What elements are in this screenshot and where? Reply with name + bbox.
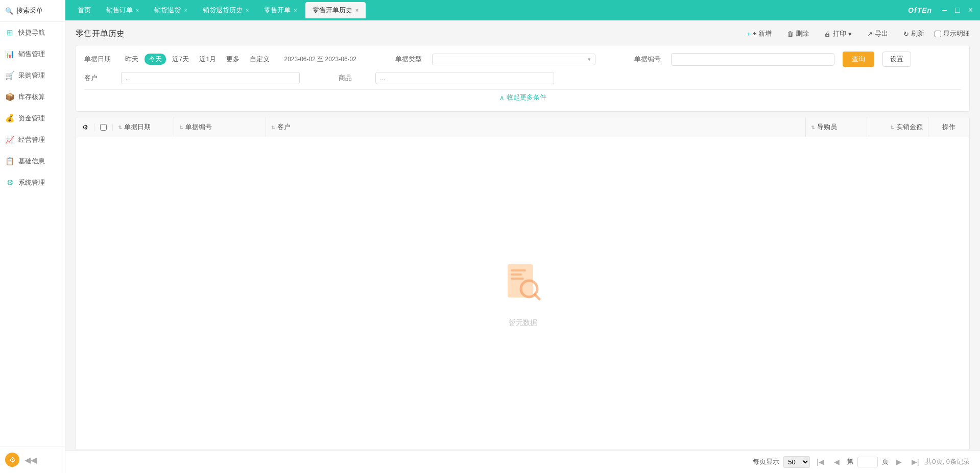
collapse-label: 收起更多条件 [507,93,546,102]
refresh-icon: ↻ [903,30,909,38]
base-info-icon: 📋 [5,157,14,166]
sort-customer-icon: ⇅ [271,125,275,130]
sidebar-item-inventory[interactable]: 📦 库存核算 [0,86,65,108]
page-label-suffix: 页 [882,457,889,466]
sys-mgmt-icon: ⚙ [5,178,14,187]
sidebar-item-label: 资金管理 [18,114,45,123]
print-button[interactable]: 🖨 打印 ▾ [819,27,857,41]
close-sales-return-history-icon[interactable]: × [246,7,249,13]
page-total: 共0页, 0条记录 [925,457,970,466]
add-button[interactable]: + + 新增 [742,27,777,41]
quick-nav-icon: ⊞ [5,28,14,37]
th-date[interactable]: ⇅ 单据日期 [113,117,174,137]
print-icon: 🖨 [824,30,831,38]
query-button[interactable]: 查询 [843,52,874,67]
sidebar-item-operations[interactable]: 📈 经营管理 [0,129,65,151]
show-detail-toggle[interactable]: 显示明细 [935,29,970,38]
sidebar-footer: ⚙ ◀◀ [0,446,65,473]
sidebar-item-base-info[interactable]: 📋 基础信息 [0,151,65,172]
th-number[interactable]: ⇅ 单据编号 [174,117,266,137]
topnav-right: OfTEn – □ × [904,4,975,17]
sidebar-item-purchase-mgmt[interactable]: 🛒 采购管理 [0,65,65,86]
window-minimize-button[interactable]: □ [953,4,962,17]
type-select[interactable]: ▾ [432,54,595,65]
date-shortcuts: 昨天 今天 近7天 近1月 更多 自定义 [121,54,274,65]
export-icon: ↗ [867,30,873,38]
add-icon: + [747,30,751,38]
column-settings-icon[interactable]: ⚙ [82,123,88,131]
refresh-button[interactable]: ↻ 刷新 [898,27,929,41]
next-page-button[interactable]: ▶ [893,456,905,468]
prev-page-button[interactable]: ◀ [830,456,843,468]
th-checkbox[interactable] [94,124,113,131]
brand-text: OfTEn [904,6,936,14]
collapse-sidebar-button[interactable]: ◀◀ [25,455,37,465]
date-btn-more[interactable]: 更多 [222,54,244,65]
tab-sales-return-history[interactable]: 销货退货历史 × [196,2,256,18]
tab-sales-return[interactable]: 销货退货 × [147,2,194,18]
customer-select-dots: ... [126,74,131,82]
sales-icon: 📊 [5,49,14,59]
th-guide[interactable]: ⇅ 导购员 [806,117,867,137]
window-maximize-button[interactable]: × [966,4,975,17]
operations-icon: 📈 [5,135,14,144]
delete-icon: 🗑 [787,30,794,38]
date-btn-1month[interactable]: 近1月 [195,54,220,65]
date-btn-custom[interactable]: 自定义 [246,54,274,65]
gear-button[interactable]: ⚙ [5,453,19,467]
sidebar-item-finance[interactable]: 💰 资金管理 [0,108,65,129]
sidebar-item-quick-nav[interactable]: ⊞ 快捷导航 [0,22,65,43]
export-button[interactable]: ↗ 导出 [862,27,893,41]
collapse-filter-button[interactable]: ∧ 收起更多条件 [84,89,961,105]
sidebar-item-label: 库存核算 [18,92,45,102]
page-number-input[interactable]: 1 [857,457,878,467]
sidebar-item-sales-mgmt[interactable]: 📊 销售管理 [0,43,65,65]
last-page-button[interactable]: ▶| [909,456,921,468]
customer-label: 客户 [84,73,113,83]
number-input[interactable] [671,53,834,66]
delete-button[interactable]: 🗑 删除 [782,27,814,41]
type-label: 单据类型 [395,55,424,64]
goods-select[interactable]: ... [375,72,554,84]
date-btn-today[interactable]: 今天 [145,54,166,65]
close-retail-history-icon[interactable]: × [355,7,358,13]
top-nav: 首页 销售订单 × 销货退货 × 销货退货历史 × 零售开单 × 零售开单历史 … [65,0,980,20]
type-dropdown-icon: ▾ [588,56,591,63]
purchase-icon: 🛒 [5,71,14,80]
filter-area: 单据日期 昨天 今天 近7天 近1月 更多 自定义 2023-06-02 至 2… [76,45,970,112]
per-page-select[interactable]: 10 20 50 100 [783,456,810,468]
table-area: ⚙ ⇅ 单据日期 ⇅ 单据编号 ⇅ 客户 ⇅ [76,117,970,450]
close-retail-open-icon[interactable]: × [294,7,297,13]
customer-select[interactable]: ... [121,72,300,84]
svg-point-5 [524,284,534,294]
first-page-button[interactable]: |◀ [814,456,826,468]
print-dropdown-icon: ▾ [848,30,852,38]
sidebar-search[interactable]: 🔍 搜索采单 [0,0,65,22]
tab-home[interactable]: 首页 [70,2,98,18]
close-sales-order-icon[interactable]: × [136,7,139,13]
sort-guide-icon: ⇅ [811,125,815,130]
show-detail-checkbox[interactable] [935,31,941,37]
sidebar-item-label: 采购管理 [18,71,45,80]
content-area: 零售开单历史 + + 新增 🗑 删除 🖨 打印 ▾ ↗ 导出 [65,20,980,473]
settings-button[interactable]: 设置 [882,52,911,67]
filter-row-2: 客户 ... 商品 ... [84,72,961,84]
select-all-checkbox[interactable] [100,124,107,131]
date-btn-7days[interactable]: 近7天 [168,54,193,65]
empty-illustration [497,259,548,310]
tab-sales-order[interactable]: 销售订单 × [99,2,146,18]
svg-rect-3 [511,278,524,280]
inventory-icon: 📦 [5,92,14,102]
sidebar-item-sys-mgmt[interactable]: ⚙ 系统管理 [0,172,65,193]
th-amount[interactable]: ⇅ 实销金额 [867,117,928,137]
date-btn-yesterday[interactable]: 昨天 [121,54,142,65]
close-sales-return-icon[interactable]: × [184,7,187,13]
tab-sales-return-label: 销货退货 [154,6,181,15]
th-customer[interactable]: ⇅ 客户 [266,117,806,137]
window-close-button[interactable]: – [940,4,949,17]
tab-retail-history[interactable]: 零售开单历史 × [305,2,366,18]
svg-rect-1 [511,269,526,271]
th-settings[interactable]: ⚙ [76,123,94,131]
tab-retail-open[interactable]: 零售开单 × [257,2,304,18]
tab-sales-order-label: 销售订单 [106,6,133,15]
